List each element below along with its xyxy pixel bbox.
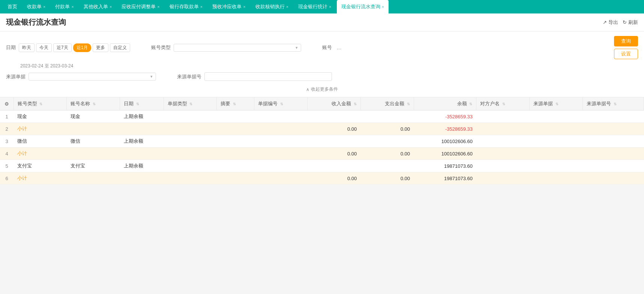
cell-source-doc-no bbox=[583, 135, 644, 148]
source-doc-filter: 来源单据 ▾ bbox=[6, 73, 156, 81]
gear-icon[interactable]: ⚙ bbox=[5, 101, 9, 107]
sort-icon[interactable]: ⇅ bbox=[189, 102, 192, 106]
cell-income bbox=[307, 160, 360, 172]
account-type-select[interactable]: ▾ bbox=[174, 44, 301, 52]
filter-row-2: 来源单据 ▾ 来源单据号 bbox=[6, 72, 638, 81]
chevron-down-icon-2: ▾ bbox=[150, 74, 153, 79]
close-icon[interactable]: × bbox=[243, 4, 245, 9]
sort-icon[interactable]: ⇅ bbox=[280, 102, 283, 106]
close-icon[interactable]: × bbox=[157, 4, 159, 9]
cell-account-type: 小计 bbox=[14, 172, 67, 185]
table-row: 5 支付宝 支付宝 上期余额 19871073.60 bbox=[0, 160, 644, 172]
export-button[interactable]: ↗ 导出 bbox=[603, 19, 618, 26]
nav-home[interactable]: 首页 bbox=[3, 0, 22, 13]
account-filter: 账号 ... bbox=[322, 44, 343, 51]
sort-icon[interactable]: ⇅ bbox=[614, 102, 617, 106]
sort-icon[interactable]: ⇅ bbox=[39, 102, 42, 106]
date-btn-custom[interactable]: 自定义 bbox=[110, 43, 130, 52]
col-summary: 摘要 ⇅ bbox=[217, 97, 254, 110]
cell-source-doc bbox=[530, 172, 583, 185]
date-quick-buttons: 昨天 今天 近7天 近1月 更多 自定义 bbox=[19, 43, 130, 52]
source-doc-select[interactable]: ▾ bbox=[29, 73, 156, 81]
nav-tab-tiaozhendan[interactable]: 应收应付调整单 × bbox=[117, 0, 164, 13]
date-btn-7days[interactable]: 近7天 bbox=[53, 43, 72, 52]
cell-expense: 0.00 bbox=[360, 172, 414, 185]
cell-expense bbox=[360, 110, 414, 123]
top-navigation: 首页 收款单 × 付款单 × 其他收入单 × 应收应付调整单 × 银行存取款单 … bbox=[0, 0, 644, 13]
close-icon[interactable]: × bbox=[286, 4, 288, 9]
col-doc-no: 单据编号 ⇅ bbox=[254, 97, 308, 110]
cell-date bbox=[120, 123, 164, 135]
table-row: 1 现金 现金 上期余额 -3528659.33 bbox=[0, 110, 644, 123]
cell-account-type: 现金 bbox=[14, 110, 67, 123]
row-num: 1 bbox=[0, 110, 14, 123]
close-icon[interactable]: × bbox=[71, 4, 74, 9]
cell-income: 0.00 bbox=[307, 148, 360, 160]
cell-summary bbox=[217, 135, 254, 148]
close-icon[interactable]: × bbox=[382, 4, 384, 9]
source-doc-no-filter: 来源单据号 bbox=[177, 72, 332, 81]
date-btn-1month[interactable]: 近1月 bbox=[73, 43, 92, 52]
cell-balance: -3528659.33 bbox=[414, 123, 476, 135]
nav-tab-tongji[interactable]: 现金银行统计 × bbox=[294, 0, 336, 13]
filter-area: 日期 昨天 今天 近7天 近1月 更多 自定义 账号类型 ▾ 账号 ... bbox=[0, 31, 644, 97]
query-button[interactable]: 查询 bbox=[614, 36, 638, 46]
cell-source-doc bbox=[530, 160, 583, 172]
cell-balance: 100102606.60 bbox=[414, 135, 476, 148]
cell-date: 上期余额 bbox=[120, 135, 164, 148]
cell-balance: 19871073.60 bbox=[414, 172, 476, 185]
cell-account-name: 微信 bbox=[67, 135, 120, 148]
sort-icon[interactable]: ⇅ bbox=[407, 102, 410, 106]
cell-account-type: 微信 bbox=[14, 135, 67, 148]
sort-icon[interactable]: ⇅ bbox=[354, 102, 357, 106]
nav-tab-yushou[interactable]: 预收冲应收单 × bbox=[208, 0, 250, 13]
setting-button[interactable]: 设置 bbox=[614, 49, 638, 59]
sort-icon[interactable]: ⇅ bbox=[555, 102, 558, 106]
close-icon[interactable]: × bbox=[110, 4, 112, 9]
cell-source-doc bbox=[530, 135, 583, 148]
close-icon[interactable]: × bbox=[329, 4, 331, 9]
sort-icon[interactable]: ⇅ bbox=[469, 102, 472, 106]
row-num: 5 bbox=[0, 160, 14, 172]
chevron-down-icon: ▾ bbox=[296, 45, 298, 50]
date-btn-more[interactable]: 更多 bbox=[93, 43, 108, 52]
cell-date: 上期余额 bbox=[120, 110, 164, 123]
cell-account-name bbox=[67, 123, 120, 135]
close-icon[interactable]: × bbox=[200, 4, 203, 9]
cell-doc-no bbox=[254, 172, 308, 185]
cell-balance: 100102606.60 bbox=[414, 148, 476, 160]
date-btn-yesterday[interactable]: 昨天 bbox=[19, 43, 35, 52]
cell-summary bbox=[217, 172, 254, 185]
source-doc-label: 来源单据 bbox=[6, 73, 26, 80]
sort-icon[interactable]: ⇅ bbox=[136, 102, 139, 106]
table-header-row: ⚙ 账号类型 ⇅ 账号名称 ⇅ 日期 ⇅ 单据类型 ⇅ bbox=[0, 97, 644, 110]
cell-doc-type bbox=[164, 172, 217, 185]
nav-tab-shoukuandan[interactable]: 收款单 × bbox=[23, 0, 50, 13]
action-buttons: 查询 设置 bbox=[614, 36, 638, 59]
cell-counterpart bbox=[476, 160, 530, 172]
account-dots-button[interactable]: ... bbox=[335, 44, 343, 51]
page-title: 现金银行流水查询 bbox=[6, 17, 66, 27]
cell-doc-no bbox=[254, 110, 308, 123]
close-icon[interactable]: × bbox=[43, 4, 45, 9]
sort-icon[interactable]: ⇅ bbox=[93, 102, 96, 106]
cell-doc-type bbox=[164, 160, 217, 172]
refresh-button[interactable]: ↻ 刷新 bbox=[623, 19, 638, 26]
cell-source-doc-no bbox=[583, 123, 644, 135]
source-doc-no-input[interactable] bbox=[204, 72, 332, 81]
nav-tab-yinhang[interactable]: 银行存取款单 × bbox=[165, 0, 207, 13]
nav-tab-fukuandan[interactable]: 付款单 × bbox=[51, 0, 78, 13]
cell-expense bbox=[360, 160, 414, 172]
nav-tab-hexiao[interactable]: 收款核销执行 × bbox=[251, 0, 293, 13]
nav-tab-qitashouru[interactable]: 其他收入单 × bbox=[79, 0, 116, 13]
sort-icon[interactable]: ⇅ bbox=[502, 102, 505, 106]
date-range-text: 2023-02-24 至 2023-03-24 bbox=[20, 63, 73, 69]
cell-date: 上期余额 bbox=[120, 160, 164, 172]
collapse-bar[interactable]: ∧ 收起更多条件 bbox=[6, 85, 638, 94]
nav-tab-liushui[interactable]: 现金银行流水查询 × bbox=[337, 0, 389, 13]
col-source-doc: 来源单据 ⇅ bbox=[530, 97, 583, 110]
col-counterpart: 对方户名 ⇅ bbox=[476, 97, 530, 110]
row-num: 2 bbox=[0, 123, 14, 135]
date-btn-today[interactable]: 今天 bbox=[36, 43, 52, 52]
sort-icon[interactable]: ⇅ bbox=[233, 102, 236, 106]
